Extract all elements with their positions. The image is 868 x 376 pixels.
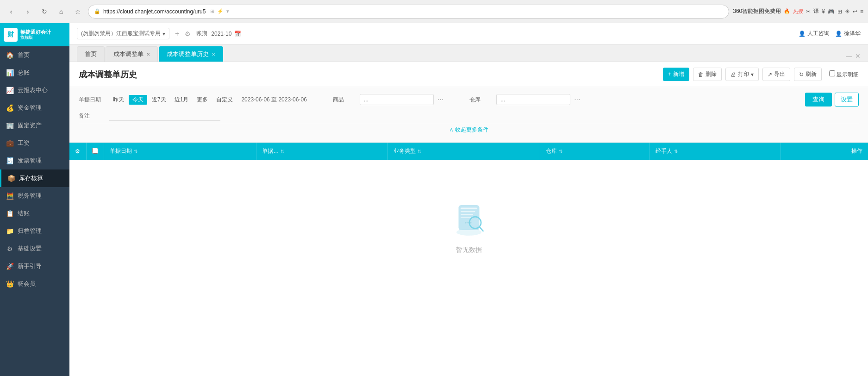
th-settings[interactable]: ⚙ [69,143,86,160]
refresh-btn[interactable]: ↻ 刷新 [794,68,822,81]
sidebar-item-archive[interactable]: 📁 归档管理 [0,222,69,240]
back-button[interactable]: ‹ [5,5,18,18]
window-minimize-btn[interactable]: — [846,52,852,60]
search-label: 360智能抠图免费用 [733,7,781,15]
browser-tools: 360智能抠图免费用 🔥 热搜 ✂ 译 ¥ 🎮 ⊞ ☀ ↩ ≡ [733,7,863,15]
sidebar: 财 畅捷通好会计 旗舰版 🏠 首页 📊 总账 📈 云报表中心 💰 资金管理 🏢 … [0,23,69,376]
home-icon: 🏠 [6,51,14,59]
remarks-input[interactable] [109,111,220,121]
sidebar-item-settings[interactable]: ⚙ 基础设置 [0,240,69,257]
sidebar-item-tax[interactable]: 🧮 税务管理 [0,187,69,205]
th-date-label: 单据日期 [110,147,132,155]
sidebar-item-ledger[interactable]: 📊 总账 [0,64,69,81]
sidebar-item-ledger-label: 总账 [18,69,30,77]
sidebar-item-closing-label: 结账 [18,209,30,218]
tab-home-label: 首页 [85,50,97,58]
service-label: 人工咨询 [807,30,830,38]
home-button[interactable]: ⌂ [55,5,68,18]
window-close-btn[interactable]: ✕ [855,52,861,60]
sidebar-item-payroll-label: 工资 [18,139,30,147]
delete-icon: 🗑 [698,71,704,78]
filter-row-remarks: 备注 [79,111,859,121]
date-tab-today[interactable]: 今天 [129,95,147,105]
svg-line-8 [479,227,483,231]
date-tab-7days[interactable]: 近7天 [148,95,170,105]
date-tab-yesterday[interactable]: 昨天 [109,95,128,105]
th-business-type[interactable]: 业务类型 ⇅ [387,143,540,160]
tab-cost-adjust-history-label: 成本调整单历史 [167,50,209,58]
scissors-icon: ✂ [806,8,811,15]
tab-cost-adjust-history[interactable]: 成本调整单历史 ✕ [159,46,223,62]
sort-warehouse-icon: ⇅ [559,149,562,154]
forward-button[interactable]: › [21,5,34,18]
query-btn[interactable]: 查询 [805,93,832,107]
date-tab-custom[interactable]: 自定义 [212,95,237,105]
add-btn[interactable]: + 新增 [663,68,689,81]
warehouse-label: 仓库 [469,96,493,104]
period-value: 2021-10 [211,31,231,37]
calendar-icon[interactable]: 📅 [234,31,241,37]
goods-input[interactable] [360,94,434,105]
funds-icon: 💰 [6,104,14,112]
warehouse-input[interactable] [496,94,570,105]
page-content: 成本调整单历史 + 新增 🗑 删除 🖨 打印 ▾ ↗ 导出 [69,62,868,376]
grid-icon: ⊞ [837,8,842,15]
user-name: 徐泽华 [844,30,861,38]
invoice-icon: 🧾 [6,157,14,164]
goods-label: 商品 [333,96,356,104]
assets-icon: 🏢 [6,122,14,129]
bookmark-button[interactable]: ☆ [71,5,84,18]
hot-label: 热搜 [793,8,803,15]
th-number[interactable]: 单据… ⇅ [256,143,387,160]
sidebar-item-invoice[interactable]: 🧾 发票管理 [0,152,69,169]
user-service-btn[interactable]: 👤 人工咨询 [799,30,830,38]
th-handler[interactable]: 经手人 ⇅ [650,143,781,160]
sidebar-item-home[interactable]: 🏠 首页 [0,46,69,64]
date-tabs: 昨天 今天 近7天 近1月 更多 自定义 2023-06-06 至 2023-0… [109,95,307,105]
tab-cost-adjust-history-close[interactable]: ✕ [212,52,215,57]
refresh-button[interactable]: ↻ [38,5,51,18]
company-settings-icon[interactable]: ⚙ [185,30,191,38]
th-date[interactable]: 单据日期 ⇅ [104,143,256,160]
menu-icon: ≡ [860,8,863,15]
sidebar-item-funds[interactable]: 💰 资金管理 [0,99,69,117]
sort-business-icon: ⇅ [418,149,421,154]
company-selector[interactable]: (勿删勿禁用）江西服宝测试专用 ▾ [77,28,169,39]
data-table: ⚙ 单据日期 ⇅ [69,143,868,160]
delete-label: 删除 [706,70,717,78]
print-icon: 🖨 [731,71,736,78]
date-tab-1month[interactable]: 近1月 [171,95,193,105]
sidebar-item-guide[interactable]: 🚀 新手引导 [0,257,69,275]
settings-query-btn[interactable]: 设置 [835,93,859,107]
print-btn[interactable]: 🖨 打印 ▾ [725,68,759,81]
show-columns-text: 显示明细 [837,71,859,78]
add-company-btn[interactable]: + [175,30,179,38]
main-content: (勿删勿禁用）江西服宝测试专用 ▾ + ⚙ 账期 2021-10 📅 👤 人工咨… [69,23,868,376]
url-bar[interactable]: 🔒 https://cloud.chanjet.com/accounting/u… [88,5,729,19]
select-all-checkbox[interactable] [92,148,98,154]
delete-btn[interactable]: 🗑 删除 [693,68,722,81]
export-btn[interactable]: ↗ 导出 [762,68,790,81]
sidebar-item-closing[interactable]: 📋 结账 [0,205,69,222]
goods-more-btn[interactable]: ··· [437,95,443,104]
tab-cost-adjust[interactable]: 成本调整单 ✕ [106,46,158,62]
date-tab-more[interactable]: 更多 [193,95,212,105]
collapse-bar[interactable]: ∧ 收起更多条件 [79,123,859,137]
goods-filter: 商品 ··· [333,94,443,105]
th-warehouse[interactable]: 仓库 ⇅ [540,143,650,160]
show-columns-checkbox[interactable] [829,70,835,76]
app-container: 财 畅捷通好会计 旗舰版 🏠 首页 📊 总账 📈 云报表中心 💰 资金管理 🏢 … [0,23,868,376]
sidebar-item-reports[interactable]: 📈 云报表中心 [0,81,69,99]
sidebar-item-payroll[interactable]: 💼 工资 [0,134,69,152]
period-info: 账期 2021-10 📅 [196,30,241,38]
sidebar-item-home-label: 首页 [18,51,30,59]
browser-bar: ‹ › ↻ ⌂ ☆ 🔒 https://cloud.chanjet.com/ac… [0,0,868,23]
tab-cost-adjust-close[interactable]: ✕ [146,52,150,57]
warehouse-more-btn[interactable]: ··· [574,95,580,104]
sidebar-item-member[interactable]: 👑 畅会员 [0,275,69,293]
user-profile-btn[interactable]: 👤 徐泽华 [835,30,861,38]
th-checkbox[interactable] [86,143,104,160]
sidebar-item-inventory[interactable]: 📦 库存核算 [0,169,69,187]
sidebar-item-assets[interactable]: 🏢 固定资产 [0,117,69,134]
tab-home[interactable]: 首页 [77,46,105,62]
